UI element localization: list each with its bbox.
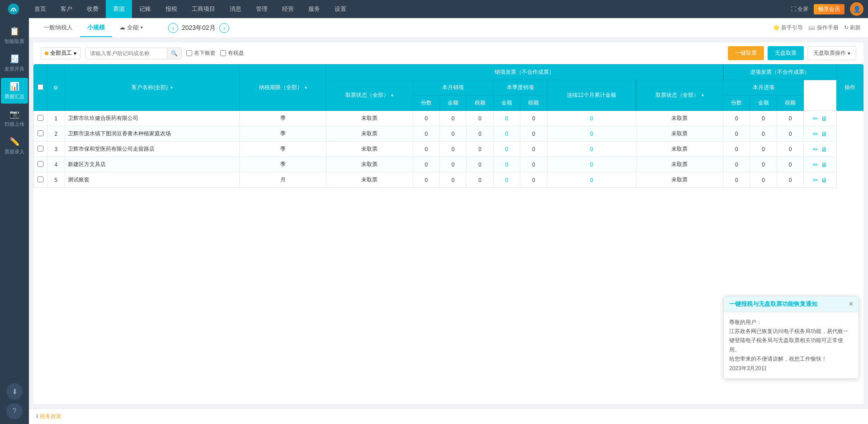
more-operations-button[interactable]: 无盘取票操作 ▾ [807, 46, 856, 60]
sidebar-help-icon[interactable]: ? [6, 403, 23, 419]
sidebar-item-invoice-summary[interactable]: 📊 票据汇总 [1, 78, 28, 104]
manual-btn[interactable]: 📖 操作手册 [808, 24, 838, 32]
row-actions: ✏ 🖥 [804, 157, 836, 172]
nav-invoice[interactable]: 票据 [106, 0, 132, 18]
row-incoming-status: 未取票 [636, 126, 723, 142]
th-action: 操作 [836, 65, 863, 111]
nav-operation[interactable]: 经营 [275, 0, 301, 18]
select-all-checkbox[interactable] [38, 84, 43, 90]
row-cancel-status: 未取票 [326, 172, 413, 188]
row-cq-amount-link[interactable]: 0 [505, 146, 509, 152]
view-icon[interactable]: 🖥 [821, 146, 827, 153]
sidebar-item-scan-upload[interactable]: 📷 扫描上传 [1, 105, 28, 131]
fullscreen-btn[interactable]: ⛶ 全屏 [791, 5, 808, 13]
nav-message[interactable]: 消息 [222, 0, 249, 18]
row-in-count: 0 [723, 126, 750, 142]
refresh-btn[interactable]: ↻ 刷新 [844, 24, 861, 32]
view-icon[interactable]: 🖥 [821, 161, 827, 168]
search-box: 🔍 [85, 48, 182, 59]
new-guide-btn[interactable]: 🌟 新手引导 [773, 24, 803, 32]
row-acc12: 0 [547, 142, 636, 157]
prev-period-btn[interactable]: ‹ [168, 23, 178, 33]
row-checkbox[interactable] [38, 176, 43, 182]
th-cq-cancel-amount: 金额 [493, 95, 520, 111]
row-cq-amount-link[interactable]: 0 [505, 131, 509, 137]
row-cm-tax: 0 [467, 157, 493, 172]
filter-icon: ▾ [702, 93, 704, 98]
nav-business[interactable]: 工商项目 [184, 0, 222, 18]
notification-close-btn[interactable]: × [849, 300, 853, 308]
row-acc12-link[interactable]: 0 [590, 115, 593, 122]
th-cm-cancel-amount: 金额 [439, 95, 466, 111]
row-checkbox[interactable] [38, 130, 43, 136]
edit-icon[interactable]: ✏ [813, 146, 818, 153]
nav-tax[interactable]: 报税 [158, 0, 184, 18]
next-period-btn[interactable]: › [219, 23, 229, 33]
notification-body: 尊敬的用户： 江苏政务网已恢复访问电子税务局功能，易代账一键登陆电子税务局与无盘… [724, 312, 859, 378]
nav-service[interactable]: 服务 [301, 0, 327, 18]
row-checkbox[interactable] [38, 161, 43, 167]
sidebar-item-label: 票据录入 [5, 148, 24, 155]
edit-icon[interactable]: ✏ [813, 115, 818, 122]
my-account-checkbox[interactable] [186, 50, 192, 56]
th-cq-cancel-tax: 税额 [520, 95, 547, 111]
view-icon[interactable]: 🖥 [821, 176, 827, 184]
top-navigation: 首页 客户 收费 票据 记账 报税 工商项目 消息 管理 经营 服务 设置 ⛶ … [0, 0, 868, 18]
view-icon[interactable]: 🖥 [821, 115, 827, 122]
edit-icon[interactable]: ✏ [813, 130, 818, 138]
vip-button[interactable]: 畅享会员 [814, 4, 844, 14]
nav-fee[interactable]: 收费 [80, 0, 106, 18]
row-cq-amount-link[interactable]: 0 [505, 162, 509, 168]
row-acc12-link[interactable]: 0 [590, 162, 593, 168]
header-right-buttons: 🌟 新手引导 📖 操作手册 ↻ 刷新 [773, 24, 861, 32]
row-incoming-status: 未取票 [636, 157, 723, 172]
nav-customer[interactable]: 客户 [53, 0, 80, 18]
row-cq-amount-link[interactable]: 0 [505, 115, 509, 122]
nav-manage[interactable]: 管理 [249, 0, 275, 18]
row-cancel-status: 未取票 [326, 126, 413, 142]
edit-icon[interactable]: ✏ [813, 161, 818, 168]
data-entry-icon: ✏️ [9, 137, 19, 147]
row-in-amount: 0 [750, 126, 777, 142]
checkbox-my-account[interactable]: 名下账套 [186, 49, 216, 57]
chevron-down-icon: ▾ [74, 50, 76, 57]
row-acc12-link[interactable]: 0 [590, 131, 593, 137]
row-checkbox[interactable] [38, 146, 43, 152]
sidebar-download-icon[interactable]: ⬇ [6, 383, 23, 400]
employee-select[interactable]: 全部员工 ▾ [41, 47, 80, 59]
row-incoming-status: 未取票 [636, 142, 723, 157]
table-row: 5 测试账套 月 未取票 0 0 0 0 0 0 未取票 0 0 0 ✏ 🖥 [34, 172, 863, 188]
row-in-count: 0 [723, 111, 750, 126]
edit-icon[interactable]: ✏ [813, 176, 818, 184]
sidebar-item-smart-ticket[interactable]: 📋 智能取票 [1, 23, 28, 48]
avatar[interactable]: 👤 [850, 2, 863, 16]
table-row: 4 新建区方文具店 季 未取票 0 0 0 0 0 0 未取票 0 0 0 ✏ … [34, 157, 863, 172]
row-checkbox[interactable] [38, 115, 43, 121]
tab-general-taxpayer[interactable]: 一般纳税人 [36, 19, 80, 37]
nav-settings[interactable]: 设置 [327, 0, 354, 18]
search-button[interactable]: 🔍 [167, 48, 181, 59]
checkbox-has-tax-disk[interactable]: 有税盘 [220, 49, 244, 57]
tab-small-scale[interactable]: 小规模 [80, 19, 112, 37]
row-acc12-link[interactable]: 0 [590, 146, 593, 152]
no-disk-ticket-button[interactable]: 无盘取票 [768, 46, 804, 60]
th-settings: ⚙ [47, 65, 65, 111]
nav-accounting[interactable]: 记账 [132, 0, 158, 18]
row-cq-amount-link[interactable]: 0 [505, 177, 509, 183]
view-icon[interactable]: 🖥 [821, 130, 827, 138]
search-input[interactable] [85, 48, 167, 59]
row-in-amount: 0 [750, 172, 777, 188]
row-cm-count: 0 [413, 142, 439, 157]
row-actions: ✏ 🖥 [804, 111, 836, 126]
one-click-ticket-button[interactable]: 一键取票 [728, 46, 764, 60]
nav-home[interactable]: 首页 [27, 0, 53, 18]
row-acc12-link[interactable]: 0 [590, 177, 593, 183]
sidebar-item-invoice-issue[interactable]: 🧾 发票开具 [1, 50, 28, 76]
tax-policy-link[interactable]: 税务政策 [40, 413, 61, 419]
tab-all[interactable]: ☁ 全能 ▾ [112, 19, 150, 37]
table-row: 2 卫辉市汲水镇下图润豆香膏木种植家庭农场 季 未取票 0 0 0 0 0 0 … [34, 126, 863, 142]
row-acc12: 0 [547, 157, 636, 172]
has-tax-disk-checkbox[interactable] [220, 50, 226, 56]
row-cm-tax: 0 [467, 172, 493, 188]
sidebar-item-data-entry[interactable]: ✏️ 票据录入 [1, 133, 28, 159]
